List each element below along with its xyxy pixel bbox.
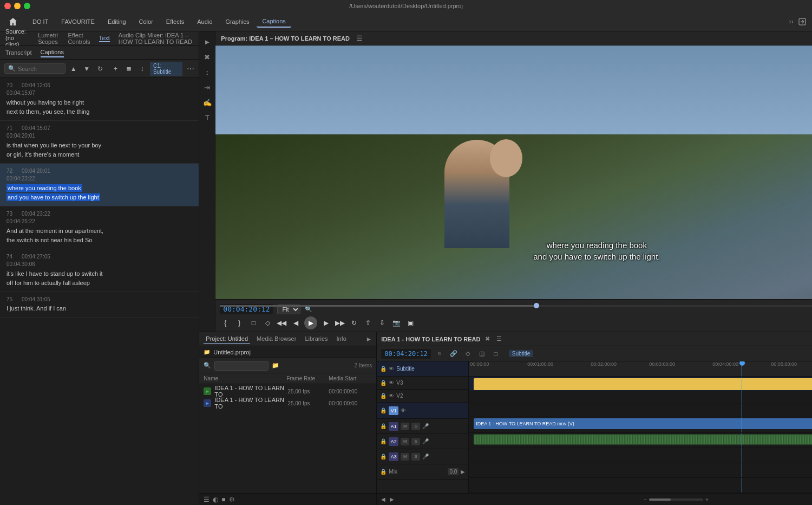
caption-item-72[interactable]: 72 00:04:20:01 00:04:23:22 where you rea… [0, 164, 199, 206]
mark-in-btn[interactable]: { [220, 318, 231, 328]
tab-project[interactable]: Project: Untitled [204, 334, 250, 344]
tl-sequence-btn[interactable]: ◫ [476, 348, 487, 359]
menu-audio[interactable]: Audio [192, 16, 218, 27]
tl-marker-btn[interactable]: ◇ [462, 348, 473, 359]
distribute-btn[interactable]: ↕ [136, 63, 148, 75]
razor-tool-btn[interactable]: ✖ [201, 51, 213, 63]
goto-in-btn[interactable]: ◀◀ [276, 318, 287, 328]
footer-metadata-btn[interactable]: ⚙ [229, 496, 235, 503]
a1-label[interactable]: A1 [389, 422, 398, 431]
subtitle-vis-icon[interactable]: 👁 [389, 366, 394, 372]
tl-nest-btn[interactable]: □ [490, 348, 501, 359]
caption-search-input[interactable] [18, 66, 61, 72]
tab-info[interactable]: Info [335, 334, 349, 344]
step-back-btn[interactable]: ◀ [290, 318, 301, 328]
insert-btn[interactable]: □ [248, 318, 259, 328]
tl-zoom-in-btn[interactable]: + [705, 496, 709, 503]
source-tab-text[interactable]: Text [99, 35, 110, 42]
v1-clip[interactable]: IDEA 1 - HOW TO LEARN TO READ.mov (V) [474, 418, 812, 429]
v1-lock-icon[interactable]: 🔒 [380, 407, 387, 413]
footer-freeform-btn[interactable]: ■ [221, 496, 225, 503]
home-button[interactable] [5, 14, 21, 29]
v3-vis-icon[interactable]: 👁 [389, 380, 394, 386]
a3-m-btn[interactable]: M [401, 453, 409, 461]
source-tab-lumetri[interactable]: Lumetri Scopes [38, 32, 59, 45]
more-options-btn[interactable]: ⋯ [187, 64, 194, 73]
goto-out-btn[interactable]: ▶▶ [335, 318, 345, 328]
new-bin-btn[interactable]: 📁 [272, 362, 279, 369]
menu-editing[interactable]: Editing [102, 16, 132, 27]
source-tab-audio-clip-mixer[interactable]: Audio Clip Mixer: IDEA 1 – HOW TO LEARN … [119, 32, 194, 45]
tl-timecode[interactable]: 00:04:20:12 [381, 349, 430, 359]
tl-snap-btn[interactable]: ◾ [434, 348, 445, 359]
v1-vis-icon[interactable]: 👁 [401, 407, 406, 413]
loop-btn[interactable]: ↻ [349, 318, 359, 328]
minimize-btn[interactable] [14, 3, 21, 9]
caption-item-74[interactable]: 74 00:04:27:05 00:04:30:06 it's like I h… [0, 249, 199, 292]
a3-s-btn[interactable]: S [411, 453, 420, 461]
subtitle-lock-icon[interactable]: 🔒 [380, 366, 387, 372]
v2-vis-icon[interactable]: 👁 [389, 393, 394, 399]
extract-btn[interactable]: ◇ [262, 318, 273, 328]
v1-label[interactable]: V1 [389, 406, 398, 415]
project-item-0[interactable]: ► IDEA 1 - HOW TO LEARN TO 25,00 fps 00:… [199, 385, 376, 397]
down-arrow-btn[interactable]: ▼ [81, 63, 93, 75]
tl-zoom-out-btn[interactable]: − [643, 496, 646, 503]
tab-transcript[interactable]: Transcript [5, 48, 32, 57]
up-arrow-btn[interactable]: ▲ [68, 63, 79, 75]
a2-s-btn[interactable]: S [411, 438, 420, 445]
source-tab-effects[interactable]: Effect Controls [68, 32, 90, 45]
project-search-input[interactable] [214, 361, 269, 371]
tl-link-btn[interactable]: 🔗 [448, 348, 459, 359]
menu-color[interactable]: Color [134, 16, 159, 27]
maximize-btn[interactable] [24, 3, 30, 9]
a1-lock-icon[interactable]: 🔒 [380, 423, 387, 429]
a2-mic-icon[interactable]: 🎤 [422, 438, 429, 444]
a2-m-btn[interactable]: M [401, 438, 409, 445]
a2-lock-icon[interactable]: 🔒 [380, 438, 387, 444]
project-item-1[interactable]: ► IDEA 1 - HOW TO LEARN TO 25,00 fps 00:… [199, 397, 376, 409]
a1-mic-icon[interactable]: 🎤 [422, 423, 429, 429]
mix-expand-icon[interactable]: ▶ [461, 469, 465, 475]
refresh-btn[interactable]: ↻ [95, 63, 106, 75]
footer-icon-btn[interactable]: ◐ [213, 496, 218, 503]
hand-tool-btn[interactable]: ✍ [201, 96, 213, 108]
caption-item-73[interactable]: 73 00:04:23:22 00:04:26:22 And at the mo… [0, 206, 199, 249]
caption-item-70[interactable]: 70 00:04:12:06 00:04:15:07 without you h… [0, 78, 199, 121]
mark-out-btn[interactable]: } [234, 318, 245, 328]
play-btn[interactable]: ▶ [304, 316, 317, 329]
menu-favourite[interactable]: FAVOURITE [56, 16, 100, 27]
tab-media-browser[interactable]: Media Browser [254, 334, 298, 344]
tl-prev-edit-btn[interactable]: ◀ [381, 496, 385, 502]
extract-btn2[interactable]: ⇩ [377, 318, 388, 328]
step-fwd-btn[interactable]: ▶ [320, 318, 331, 328]
mix-lock-icon[interactable]: 🔒 [380, 469, 387, 475]
select-tool-btn[interactable]: ► [201, 36, 213, 48]
menu-captions[interactable]: Captions [257, 16, 291, 28]
tl-x-btn[interactable]: ✖ [485, 335, 490, 342]
a1-s-btn[interactable]: S [411, 423, 420, 430]
camera-btn[interactable]: 📷 [391, 318, 402, 328]
more-menus-btn[interactable]: ›› [789, 17, 794, 25]
window-controls[interactable] [4, 3, 30, 9]
zoom-in-btn[interactable]: ↕ [201, 66, 213, 78]
project-panel-more[interactable]: ► [365, 335, 372, 343]
type-tool-btn[interactable]: T [201, 112, 213, 124]
v3-lock-icon[interactable]: 🔒 [380, 380, 387, 386]
close-btn[interactable] [4, 3, 11, 9]
timeline-playhead[interactable] [742, 361, 742, 376]
a1-m-btn[interactable]: M [401, 423, 409, 430]
scrubber-playhead[interactable] [534, 303, 539, 308]
v2-lock-icon[interactable]: 🔒 [380, 393, 387, 399]
caption-search-box[interactable]: 🔍 [4, 63, 66, 74]
tab-captions[interactable]: Captions [41, 48, 64, 57]
tab-libraries[interactable]: Libraries [303, 334, 330, 344]
subtitle-clip[interactable] [474, 378, 812, 390]
a2-label[interactable]: A2 [389, 437, 398, 446]
a3-lock-icon[interactable]: 🔒 [380, 454, 387, 459]
menu-do-it[interactable]: DO IT [27, 16, 54, 27]
a3-mic-icon[interactable]: 🎤 [422, 454, 429, 459]
caption-item-71[interactable]: 71 00:04:15:07 00:04:20:01 is that when … [0, 121, 199, 164]
tl-next-edit-btn[interactable]: ▶ [390, 496, 394, 502]
footer-list-btn[interactable]: ☰ [204, 496, 209, 503]
